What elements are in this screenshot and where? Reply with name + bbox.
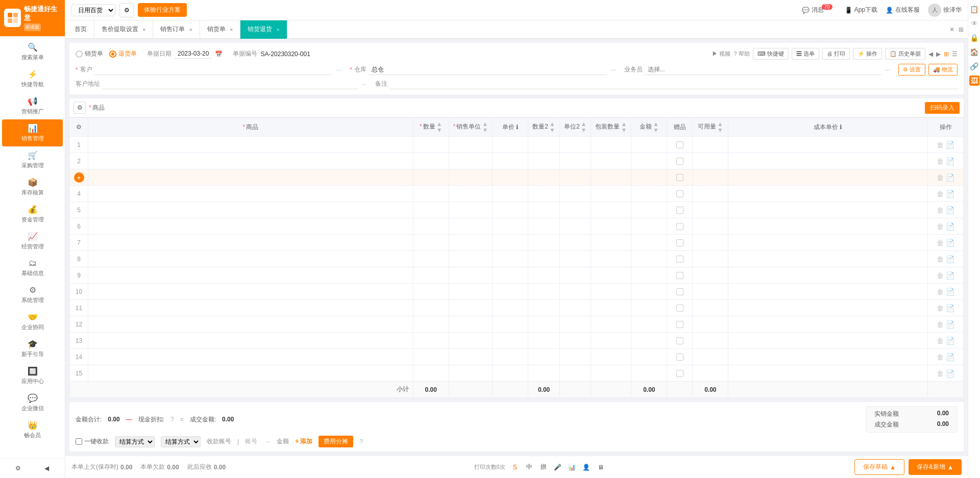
add-row-btn[interactable]: +	[74, 172, 84, 183]
qty-cell-3[interactable]	[413, 169, 449, 186]
sidebar-item-marketing[interactable]: 📢 营销推广	[0, 92, 65, 119]
unit-cell-8[interactable]	[449, 251, 493, 267]
gift-cell-2[interactable]	[667, 153, 693, 169]
copy-icon-2[interactable]: 📄	[946, 157, 954, 165]
qty2-cell-8[interactable]	[528, 251, 560, 267]
tab-price-settings-close[interactable]: ×	[142, 27, 145, 33]
available-cell-10[interactable]	[693, 284, 728, 300]
shortcut-btn[interactable]: ⌨ 快捷键	[753, 48, 789, 60]
tabbar-maximize-icon[interactable]: ⊞	[959, 26, 964, 33]
qty-cell-12[interactable]	[413, 316, 449, 333]
fees-help-icon[interactable]: ?	[359, 438, 363, 445]
right-icon-eye[interactable]: 👁	[969, 18, 979, 29]
input-icon2[interactable]: 拼	[538, 462, 549, 473]
price-cell-5[interactable]	[493, 202, 528, 218]
tab-sales-order[interactable]: 销售订单 ×	[153, 20, 200, 39]
delete-icon-13[interactable]: 🗑	[937, 337, 944, 345]
sidebar-item-operations[interactable]: 📈 经营管理	[0, 228, 65, 255]
qty-cell-15[interactable]	[413, 365, 449, 382]
available-cell-8[interactable]	[693, 251, 728, 267]
delete-icon-14[interactable]: 🗑	[937, 353, 944, 361]
qty-cell-8[interactable]	[413, 251, 449, 267]
qty-cell-14[interactable]	[413, 349, 449, 365]
unit-cell-14[interactable]	[449, 349, 493, 365]
unit-cell-11[interactable]	[449, 300, 493, 316]
available-cell-3[interactable]	[693, 169, 728, 186]
warehouse-more-btn[interactable]: ···	[611, 66, 616, 73]
note-input[interactable]	[389, 79, 958, 89]
gift-checkbox-11[interactable]	[676, 305, 683, 312]
sidebar-item-system[interactable]: ⚙ 系统管理	[0, 281, 65, 308]
product-cell-6[interactable]	[88, 218, 413, 235]
amount-cell-4[interactable]	[631, 186, 667, 202]
copy-icon-13[interactable]: 📄	[946, 337, 954, 345]
trial-button[interactable]: 体验行业方案	[138, 3, 187, 17]
pack-cell-6[interactable]	[591, 218, 631, 235]
gift-cell-8[interactable]	[667, 251, 693, 267]
qty-cell-4[interactable]	[413, 186, 449, 202]
price-cell-11[interactable]	[493, 300, 528, 316]
product-cell-4[interactable]	[88, 186, 413, 202]
pack-cell-7[interactable]	[591, 235, 631, 251]
copy-icon-1[interactable]: 📄	[946, 141, 954, 149]
unit-cell-4[interactable]	[449, 186, 493, 202]
tab-sales-return[interactable]: 销货退货 ×	[240, 20, 287, 39]
copy-icon-6[interactable]: 📄	[946, 222, 954, 231]
tab-sales-return-close[interactable]: ×	[276, 27, 279, 33]
logistics-btn[interactable]: 🚚 物流	[928, 64, 958, 76]
amount-cell-8[interactable]	[631, 251, 667, 267]
unit2-cell-7[interactable]	[559, 235, 591, 251]
qty2-cell-1[interactable]	[528, 137, 560, 153]
input-icon4[interactable]: 📊	[567, 462, 578, 473]
industry-select[interactable]: 日用百货	[71, 4, 115, 16]
cost-cell-1[interactable]	[728, 137, 928, 153]
input-icon1[interactable]: 中	[524, 462, 535, 473]
unit2-cell-3[interactable]	[559, 169, 591, 186]
qty-cell-1[interactable]	[413, 137, 449, 153]
price-cell-10[interactable]	[493, 284, 528, 300]
cost-cell-7[interactable]	[728, 235, 928, 251]
qty2-cell-12[interactable]	[528, 316, 560, 333]
available-cell-12[interactable]	[693, 316, 728, 333]
pack-cell-15[interactable]	[591, 365, 631, 382]
pack-cell-10[interactable]	[591, 284, 631, 300]
unit2-cell-6[interactable]	[559, 218, 591, 235]
copy-icon-12[interactable]: 📄	[946, 320, 954, 329]
help-action-icon[interactable]: ? 帮助	[734, 50, 750, 58]
copy-icon-4[interactable]: 📄	[946, 190, 954, 198]
gift-cell-11[interactable]	[667, 300, 693, 316]
delete-icon-3[interactable]: 🗑	[937, 173, 944, 182]
unit-cell-9[interactable]	[449, 267, 493, 284]
qty-cell-11[interactable]	[413, 300, 449, 316]
unit2-cell-13[interactable]	[559, 333, 591, 349]
topbar-settings-button[interactable]: ⚙	[119, 3, 134, 17]
list-view-icon[interactable]: ☰	[952, 51, 958, 58]
settings-form-btn[interactable]: ⚙ 设置	[898, 64, 925, 76]
delete-icon-1[interactable]: 🗑	[937, 141, 944, 149]
gift-checkbox-1[interactable]	[676, 141, 683, 148]
address-input[interactable]	[102, 79, 358, 89]
notification-item[interactable]: 💬 消息 70	[802, 6, 837, 14]
unit2-cell-11[interactable]	[559, 300, 591, 316]
unit2-cell-5[interactable]	[559, 202, 591, 218]
sidebar-item-shortcut[interactable]: ⚡ 快捷导航	[0, 65, 65, 92]
scan-button[interactable]: 扫码录入	[925, 102, 960, 114]
unit-cell-2[interactable]	[449, 153, 493, 169]
grid-view-icon[interactable]: ⊞	[944, 51, 949, 58]
delete-icon-10[interactable]: 🗑	[937, 288, 944, 296]
amount-cell-14[interactable]	[631, 349, 667, 365]
gift-checkbox-3[interactable]	[676, 174, 683, 181]
sidebar-item-search[interactable]: 🔍 搜索菜单	[0, 38, 65, 65]
unit2-cell-10[interactable]	[559, 284, 591, 300]
qty-cell-2[interactable]	[413, 153, 449, 169]
price-cell-14[interactable]	[493, 349, 528, 365]
gift-cell-13[interactable]	[667, 333, 693, 349]
cost-cell-9[interactable]	[728, 267, 928, 284]
available-cell-7[interactable]	[693, 235, 728, 251]
cost-cell-11[interactable]	[728, 300, 928, 316]
available-cell-9[interactable]	[693, 267, 728, 284]
copy-icon-3[interactable]: 📄	[946, 173, 954, 182]
customer-input[interactable]	[94, 64, 333, 75]
qty-cell-7[interactable]	[413, 235, 449, 251]
qty2-cell-7[interactable]	[528, 235, 560, 251]
